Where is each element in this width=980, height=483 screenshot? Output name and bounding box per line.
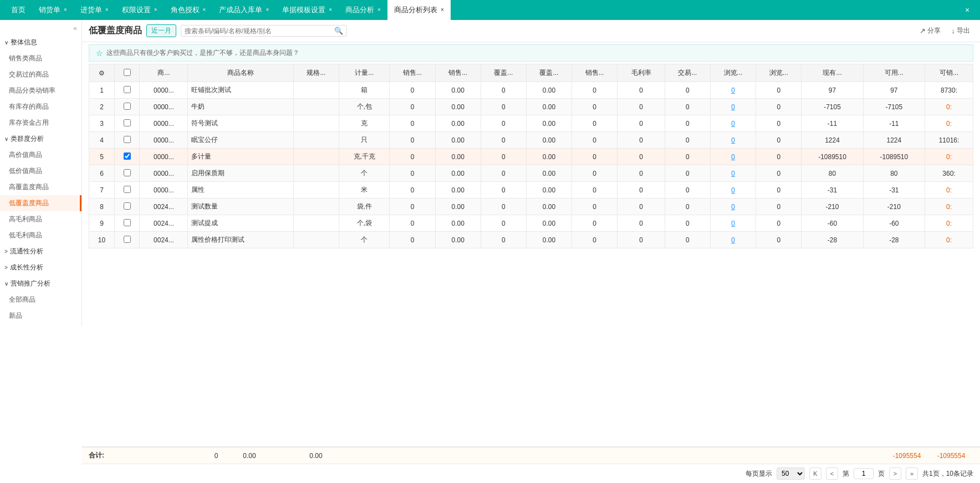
nav-sales-order[interactable]: 销货单 × <box>32 0 74 20</box>
nav-permission[interactable]: 权限设置 × <box>115 0 164 20</box>
current-page-input[interactable] <box>854 468 874 479</box>
row-checkbox[interactable] <box>124 103 131 110</box>
nav-product-in[interactable]: 产成品入库单 × <box>212 0 275 20</box>
cell-cover1: 0 <box>481 132 526 149</box>
cell-browse1[interactable]: 0 <box>711 99 756 115</box>
cell-browse1[interactable]: 0 <box>711 215 756 232</box>
sidebar-item-in-stock-products[interactable]: 有库存的商品 <box>0 99 81 115</box>
row-checkbox[interactable] <box>124 219 131 226</box>
nav-purchase-order[interactable]: 进货单 × <box>74 0 115 20</box>
cell-checkbox[interactable] <box>115 199 140 215</box>
nav-product-analysis[interactable]: 商品分析 × <box>339 0 387 20</box>
cell-sellable: 0: <box>925 215 973 232</box>
share-btn[interactable]: ↗ 分享 <box>916 24 944 37</box>
export-btn[interactable]: ↓ 导出 <box>948 24 974 37</box>
nav-close-sales-order[interactable]: × <box>64 0 67 20</box>
cell-cover1: 0 <box>481 182 526 199</box>
window-close-btn[interactable]: × <box>959 2 976 18</box>
nav-product-analysis-list[interactable]: 商品分析列表 × <box>387 0 451 20</box>
cell-browse1[interactable]: 0 <box>711 115 756 132</box>
sidebar-item-high-coverage[interactable]: 高覆盖度商品 <box>0 179 81 195</box>
select-all-checkbox[interactable] <box>124 69 131 76</box>
cell-checkbox[interactable] <box>115 149 140 165</box>
sidebar-section-overall[interactable]: ∨ 整体信息 <box>0 34 81 50</box>
cell-browse1[interactable]: 0 <box>711 82 756 99</box>
sidebar-item-low-coverage[interactable]: 低覆盖度商品 <box>0 195 81 211</box>
sidebar-section-cluster[interactable]: ∨ 类群度分析 <box>0 131 81 147</box>
sidebar-item-low-value[interactable]: 低价值商品 <box>0 163 81 179</box>
cell-browse1[interactable]: 0 <box>711 232 756 248</box>
cell-browse1[interactable]: 0 <box>711 132 756 149</box>
sidebar-item-category-sales-rate[interactable]: 商品分类动销率 <box>0 83 81 99</box>
cell-browse1[interactable]: 0 <box>711 165 756 182</box>
row-checkbox[interactable] <box>124 202 131 210</box>
nav-home[interactable]: 首页 <box>4 0 32 20</box>
sidebar-wrapper: « ∨ 整体信息 销售类商品 交易过的商品 商品分类动销率 有库存的商品 库存资… <box>0 20 82 483</box>
sidebar-item-new-products[interactable]: 新品 <box>0 308 81 324</box>
row-checkbox[interactable] <box>124 119 131 126</box>
row-checkbox[interactable] <box>124 152 131 160</box>
cell-sales2: 0 <box>572 182 617 199</box>
totals-row: 合计: 0 0.00 0.00 -1095554 -1095554 <box>82 446 980 464</box>
nav-close-template[interactable]: × <box>329 0 332 20</box>
totals-sales-amt: 0.00 <box>233 452 266 460</box>
nav-role-auth[interactable]: 角色授权 × <box>164 0 213 20</box>
cell-checkbox[interactable] <box>115 232 140 248</box>
cell-browse1[interactable]: 0 <box>711 182 756 199</box>
next-page-btn[interactable]: > <box>889 467 901 480</box>
cell-browse1[interactable]: 0 <box>711 149 756 165</box>
page-label: 第 <box>843 469 849 479</box>
th-settings[interactable]: ⚙ <box>89 64 115 82</box>
nav-close-product-analysis[interactable]: × <box>377 0 381 20</box>
sidebar-section-growth[interactable]: > 成长性分析 <box>0 260 81 276</box>
nav-close-purchase[interactable]: × <box>105 0 109 20</box>
sidebar-item-low-margin[interactable]: 低毛利商品 <box>0 227 81 243</box>
cell-sales-qty: 0 <box>390 232 435 248</box>
search-input[interactable] <box>185 27 332 35</box>
table-row: 3 0000... 符号测试 克 0 0.00 0 0.00 0 0 0 0 0… <box>89 115 973 132</box>
last-page-btn[interactable]: » <box>906 467 918 480</box>
nav-close-product-in[interactable]: × <box>266 0 269 20</box>
sidebar-item-stock-capital[interactable]: 库存资金占用 <box>0 115 81 131</box>
cell-browse2: 0 <box>756 215 802 232</box>
cell-checkbox[interactable] <box>115 182 140 199</box>
cell-checkbox[interactable] <box>115 115 140 132</box>
cell-checkbox[interactable] <box>115 215 140 232</box>
table-row: 6 0000... 启用保质期 个 0 0.00 0 0.00 0 0 0 0 … <box>89 165 973 182</box>
th-checkbox[interactable] <box>115 64 140 82</box>
filter-period-btn[interactable]: 近一月 <box>146 24 176 37</box>
row-checkbox[interactable] <box>124 169 131 176</box>
sidebar-item-high-value[interactable]: 高价值商品 <box>0 147 81 163</box>
nav-close-role-auth[interactable]: × <box>203 0 206 20</box>
sidebar-section-marketing[interactable]: ∨ 营销推广分析 <box>0 276 81 292</box>
cell-checkbox[interactable] <box>115 99 140 115</box>
row-checkbox[interactable] <box>124 136 131 143</box>
sidebar-item-sales-products[interactable]: 销售类商品 <box>0 50 81 67</box>
sidebar-section-liquidity[interactable]: > 流通性分析 <box>0 243 81 260</box>
cell-trans: 0 <box>665 232 710 248</box>
cell-browse2: 0 <box>756 115 802 132</box>
cell-browse2: 0 <box>756 165 802 182</box>
nav-template[interactable]: 单据模板设置 × <box>275 0 339 20</box>
row-checkbox[interactable] <box>124 86 131 93</box>
header-actions: ↗ 分享 ↓ 导出 <box>916 24 974 37</box>
search-icon[interactable]: 🔍 <box>334 27 343 35</box>
cell-checkbox[interactable] <box>115 132 140 149</box>
nav-close-permission[interactable]: × <box>154 0 157 20</box>
prev-page-btn[interactable]: < <box>826 467 838 480</box>
first-page-btn[interactable]: K <box>809 467 821 480</box>
row-checkbox[interactable] <box>124 186 131 193</box>
sidebar-item-traded-products[interactable]: 交易过的商品 <box>0 67 81 83</box>
sidebar-collapse-btn[interactable]: « <box>73 24 77 32</box>
cell-name: 测试数量 <box>188 199 293 215</box>
cell-checkbox[interactable] <box>115 82 140 99</box>
sidebar-item-all-products[interactable]: 全部商品 <box>0 292 81 308</box>
cell-checkbox[interactable] <box>115 165 140 182</box>
cell-browse1[interactable]: 0 <box>711 199 756 215</box>
per-page-select[interactable]: 50 20 100 200 <box>777 467 805 480</box>
cell-sellable: 0: <box>925 149 973 165</box>
cell-spec <box>293 99 339 115</box>
nav-close-product-analysis-list[interactable]: × <box>441 0 444 20</box>
row-checkbox[interactable] <box>124 236 131 243</box>
sidebar-item-high-margin[interactable]: 高毛利商品 <box>0 211 81 227</box>
